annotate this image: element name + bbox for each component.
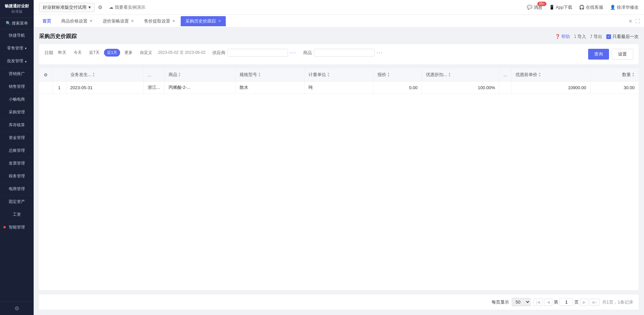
sidebar-item-wholesale[interactable]: 批发管理 ▴ <box>0 55 34 68</box>
tab-history-price-label: 采购历史价跟踪 <box>185 18 216 24</box>
col-unit[interactable]: 计量单位 ▲▼ <box>304 68 373 81</box>
col-product[interactable]: 商品 ▲▼ <box>164 68 235 81</box>
page-header: 采购历史价跟踪 ❓ 帮助 ⤵ 导入 ⤴ 导出 ✓ 只看最后一次 <box>39 33 639 40</box>
sidebar-item-label: 工资 <box>13 212 21 217</box>
data-table-wrap: ⚙ 业务发生... ▲▼ ... 商品 ▲▼ <box>39 68 639 290</box>
sidebar-item-inventory[interactable]: 库存核算 <box>0 119 34 132</box>
query-button[interactable]: 查询 <box>588 49 609 60</box>
per-page-select[interactable]: 50 20 100 <box>512 298 531 306</box>
message-button[interactable]: 💬 消息 99+ <box>527 4 542 10</box>
col-discount-label: 优惠折扣... <box>426 72 447 78</box>
col-spec[interactable]: 规格型号 ▲▼ <box>235 68 304 81</box>
sidebar-item-ecommerce-small[interactable]: 小畅电商 <box>0 93 34 106</box>
sidebar-item-salary[interactable]: 工资 <box>0 208 34 221</box>
sort-discount[interactable]: 优惠折扣... ▲▼ <box>426 72 451 78</box>
col-qty[interactable]: 数量 ▲▼ <box>591 68 639 81</box>
import-button[interactable]: ⤵ 导入 <box>574 34 586 40</box>
close-icon[interactable]: ✕ <box>131 19 134 23</box>
sidebar-item-ecommerce[interactable]: 电商管理 <box>0 183 34 196</box>
sort-price[interactable]: 报价 ▲▼ <box>378 72 390 78</box>
sidebar-item-sales[interactable]: 销售管理 <box>0 80 34 93</box>
demo-link[interactable]: ☁ 我要看实例演示 <box>109 4 145 10</box>
product-dots[interactable]: ··· <box>377 50 383 56</box>
sidebar-item-purchase[interactable]: 采购管理 <box>0 106 34 119</box>
user-button[interactable]: 👤 徐泽华修改 <box>610 4 639 10</box>
date-btn-more[interactable]: 更多 <box>121 49 136 57</box>
version-select[interactable]: 好业财标准版交付试用 ▾ <box>39 3 95 12</box>
col-price[interactable]: 报价 ▲▼ <box>373 68 422 81</box>
sidebar-settings-button[interactable]: ⚙ <box>0 302 34 315</box>
sidebar: 畅捷通好业财 标准版 🔍 搜索菜单 快捷导航 零售管理 ▾ 批发管理 ▴ 营销推… <box>0 0 34 315</box>
tab-history-price[interactable]: 采购历史价跟踪 ✕ <box>181 16 226 26</box>
close-icon[interactable]: ✕ <box>90 19 93 23</box>
supplier-input[interactable] <box>227 49 288 57</box>
sidebar-item-smart[interactable]: 智能管理 <box>0 221 34 234</box>
page-header-right: ❓ 帮助 ⤵ 导入 ⤴ 导出 ✓ 只看最后一次 <box>555 34 639 40</box>
sidebar-item-fixed-assets[interactable]: 固定资产 <box>0 196 34 208</box>
sidebar-item-invoice[interactable]: 发票管理 <box>0 157 34 170</box>
expand-icon[interactable]: ⛶ <box>635 19 640 24</box>
page-last-button[interactable]: ▶| <box>590 299 599 306</box>
date-btn-yesterday[interactable]: 昨天 <box>55 49 69 57</box>
col-dots[interactable]: ... <box>143 68 164 81</box>
app-label: App下载 <box>556 4 572 10</box>
tab-home[interactable]: 首页 <box>38 16 56 26</box>
settings-button[interactable]: 设置 <box>612 49 633 60</box>
filter-bar: 日期 昨天 今天 近7天 近1月 更多 自定义 2023-05-02 至 202… <box>39 44 639 64</box>
help-link[interactable]: ❓ 帮助 <box>555 34 570 40</box>
col-price-label: 报价 <box>378 72 386 78</box>
page-first-button[interactable]: |◀ <box>533 299 543 306</box>
sort-date[interactable]: 业务发生... ▲▼ <box>70 72 95 78</box>
col-pre-discount-price[interactable]: 优惠前单价 ▲▼ <box>511 68 591 81</box>
page-label: 第 <box>554 299 558 305</box>
app-download-button[interactable]: 📱 App下载 <box>549 4 572 10</box>
sort-pre-discount-price[interactable]: 优惠前单价 ▲▼ <box>515 72 541 78</box>
date-btn-custom[interactable]: 自定义 <box>137 49 155 57</box>
date-btn-7days[interactable]: 近7天 <box>86 49 103 57</box>
sidebar-item-marketing[interactable]: 营销推广 <box>0 68 34 80</box>
close-icon[interactable]: ✕ <box>218 19 221 23</box>
sort-unit[interactable]: 计量单位 ▲▼ <box>309 72 330 78</box>
sidebar-item-ledger[interactable]: 总账管理 <box>0 144 34 157</box>
sidebar-item-label: 小畅电商 <box>9 97 25 102</box>
sidebar-item-label: 营销推广 <box>9 71 25 76</box>
col-discount[interactable]: 优惠折扣... ▲▼ <box>422 68 499 81</box>
product-input[interactable] <box>314 49 374 57</box>
page-prev-button[interactable]: ◀ <box>544 299 552 306</box>
close-icon[interactable]: ✕ <box>172 19 175 23</box>
help-label: 帮助 <box>561 34 570 40</box>
sort-qty[interactable]: 数量 ▲▼ <box>622 72 635 78</box>
cell-supplier: 浙江... <box>143 81 164 94</box>
demo-label: 我要看实例演示 <box>115 4 145 10</box>
tab-sale-price[interactable]: 售价提取设置 ✕ <box>139 16 180 26</box>
only-last-checkbox-group[interactable]: ✓ 只看最后一次 <box>606 34 639 40</box>
export-button[interactable]: ⤴ 导出 <box>590 34 602 40</box>
sort-arrows-qty: ▲▼ <box>632 72 635 77</box>
sort-product[interactable]: 商品 ▲▼ <box>169 72 181 78</box>
sidebar-item-finance[interactable]: 资金管理 <box>0 132 34 144</box>
online-service-button[interactable]: 🎧 在线客服 <box>579 4 603 10</box>
date-btn-today[interactable]: 今天 <box>71 49 85 57</box>
sidebar-item-quick-nav[interactable]: 快捷导航 <box>0 29 34 42</box>
close-panel-icon[interactable]: ✕ <box>629 19 633 24</box>
tab-purchase-strategy[interactable]: 进价策略设置 ✕ <box>98 16 139 26</box>
version-label: 好业财标准版交付试用 <box>43 4 86 10</box>
col-date[interactable]: 业务发生... ▲▼ <box>66 68 143 81</box>
sidebar-item-retail[interactable]: 零售管理 ▾ <box>0 42 34 55</box>
sidebar-search-label: 搜索菜单 <box>12 21 28 26</box>
page-number-input[interactable] <box>560 298 573 306</box>
date-btn-1month[interactable]: 近1月 <box>104 49 120 57</box>
page-next-button[interactable]: ▶ <box>580 299 588 306</box>
tab-price[interactable]: 商品价格设置 ✕ <box>57 16 97 26</box>
sort-spec[interactable]: 规格型号 ▲▼ <box>240 72 261 78</box>
sidebar-search[interactable]: 🔍 搜索菜单 <box>0 18 34 29</box>
sidebar-item-label: 销售管理 <box>9 84 25 89</box>
sort-arrows-unit: ▲▼ <box>327 72 330 77</box>
sidebar-item-tax[interactable]: 税务管理 <box>0 170 34 183</box>
cell-spec: 散水 <box>235 81 304 94</box>
col-discount-dots[interactable]: ... <box>499 68 511 81</box>
only-last-checkbox[interactable]: ✓ <box>606 34 611 39</box>
col-settings[interactable]: ⚙ <box>39 68 52 81</box>
supplier-dots[interactable]: ··· <box>290 50 296 56</box>
topbar-settings-icon[interactable]: ⚙ <box>98 4 102 10</box>
